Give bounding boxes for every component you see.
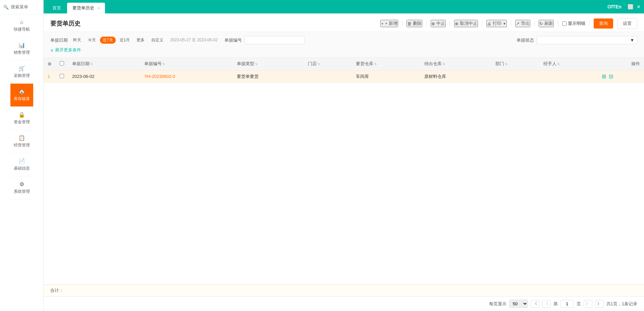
new-button[interactable]: + + 新增	[380, 20, 398, 27]
tab-requisition-history-close[interactable]: ×	[98, 6, 100, 10]
row-pending-warehouse-0: 原材料仓库	[420, 71, 491, 83]
purchase-mgmt-label: 采购管理	[14, 73, 30, 79]
settings-col-icon[interactable]: ⚙	[48, 61, 52, 66]
col-header-department[interactable]: 部门⇅	[491, 57, 539, 71]
col-header-store[interactable]: 门店⇅	[304, 57, 352, 71]
sort-icon-store: ⇅	[317, 62, 320, 66]
stop-button[interactable]: ⊗ 中止	[431, 20, 446, 27]
print-dropdown-icon: ▼	[503, 22, 506, 26]
system-mgmt-label: 系统管理	[14, 189, 30, 194]
operations-mgmt-label: 经营管理	[14, 142, 30, 148]
doc-number-link-0[interactable]: YH-20230602-0	[144, 74, 175, 79]
top-tabs-bar: 首页要货单历史× OfTEn ⬜ ✕	[44, 0, 644, 13]
refresh-button[interactable]: ↻ 刷新	[539, 20, 554, 27]
date-btn-近7天[interactable]: 近7天	[100, 37, 116, 44]
sidebar-item-base-info[interactable]: 📄基础信息	[10, 153, 33, 176]
tab-requisition-history[interactable]: 要货单历史×	[67, 3, 105, 13]
doc-number-filter-item: 单据编号	[224, 36, 305, 44]
date-btn-今天[interactable]: 今天	[85, 37, 99, 44]
row-doc-number-0[interactable]: YH-20230602-0	[140, 71, 233, 83]
sidebar-item-inventory[interactable]: 🏠库存核算	[10, 84, 33, 107]
row-department-0	[491, 71, 539, 83]
sales-mgmt-label: 销售管理	[14, 50, 30, 55]
col-label-doc_type: 单据类型	[237, 61, 254, 66]
last-page-button[interactable]: 》	[595, 300, 604, 308]
finance-mgmt-label: 资金管理	[14, 119, 30, 125]
sort-icon-doc_date: ⇅	[90, 62, 93, 66]
sidebar-item-purchase-mgmt[interactable]: 🛒采购管理	[10, 60, 33, 84]
date-filter-item: 单据日期 昨天今天近7天近1月更多自定义 2023-05-27 至 2023-0…	[50, 37, 218, 44]
doc-status-select[interactable]: ▼	[537, 36, 637, 44]
page-number-input[interactable]	[560, 300, 574, 308]
total-label: 合计：	[50, 287, 63, 294]
date-btn-近1月[interactable]: 近1月	[117, 37, 133, 44]
col-header-req_warehouse[interactable]: 要货仓库⇅	[352, 57, 421, 71]
page-header: 要货单历史 + + 新增 🗑 删除 ⊗ 中止	[44, 13, 644, 32]
per-page-select[interactable]: 102050100	[509, 300, 528, 308]
select-all-checkbox[interactable]	[60, 61, 64, 65]
table-wrapper: ⚙单据日期⇅单据编号⇅单据类型⇅门店⇅要货仓库⇅待出仓库⇅部门⇅经手人⇅操作 1…	[44, 57, 644, 284]
col-header-checkbox	[56, 57, 68, 71]
row-actions-0: ⊞ ⊟	[598, 71, 644, 83]
export-button[interactable]: ↗ 导出	[515, 20, 530, 27]
export-icon: ↗	[516, 21, 520, 26]
next-page-button[interactable]: 〉	[584, 300, 592, 308]
sidebar-search[interactable]: 🔍 搜索菜单	[0, 0, 43, 14]
sidebar-item-system-mgmt[interactable]: ⚙系统管理	[10, 176, 33, 199]
sidebar-item-finance-mgmt[interactable]: 🔒资金管理	[10, 107, 33, 130]
sales-mgmt-icon: 📊	[18, 42, 25, 48]
col-header-pending_warehouse[interactable]: 待出仓库⇅	[420, 57, 491, 71]
row-req-warehouse-0: 车间库	[352, 71, 421, 83]
first-page-button[interactable]: 《	[531, 300, 539, 308]
expand-filter-button[interactable]: ∨ 展开更多条件	[50, 47, 637, 53]
col-header-doc_number[interactable]: 单据编号⇅	[140, 57, 233, 71]
row-store-0	[304, 71, 352, 83]
show-detail-toggle[interactable]: 显示明细	[562, 20, 585, 27]
date-btn-更多[interactable]: 更多	[134, 37, 147, 44]
base-info-label: 基础信息	[14, 166, 30, 171]
requisition-table: ⚙单据日期⇅单据编号⇅单据类型⇅门店⇅要货仓库⇅待出仓库⇅部门⇅经手人⇅操作 1…	[44, 57, 644, 83]
table-header: ⚙单据日期⇅单据编号⇅单据类型⇅门店⇅要货仓库⇅待出仓库⇅部门⇅经手人⇅操作	[44, 57, 644, 71]
table-body: 12023-06-02YH-20230602-0要货单要货车间库原材料仓库 ⊞ …	[44, 71, 644, 83]
new-icon: +	[381, 21, 384, 26]
sidebar-item-quick-nav[interactable]: ⌂快捷导航	[10, 14, 33, 37]
close-icon[interactable]: ✕	[637, 4, 641, 9]
per-page-label: 每页显示	[489, 301, 506, 307]
brand-label: OfTEn	[607, 4, 622, 9]
prev-page-button[interactable]: 〈	[542, 300, 551, 308]
sort-icon-handler: ⇅	[557, 62, 560, 66]
print-button[interactable]: 🖨 打印 ▼	[486, 20, 507, 27]
tab-home[interactable]: 首页	[47, 3, 66, 13]
row-more-icon-0[interactable]: ⊟	[609, 73, 613, 80]
date-filter-buttons: 昨天今天近7天近1月更多自定义	[70, 37, 166, 44]
row-handler-0	[539, 71, 598, 83]
col-header-handler[interactable]: 经手人⇅	[539, 57, 598, 71]
tab-requisition-history-label: 要货单历史	[72, 5, 94, 11]
sidebar-item-sales-mgmt[interactable]: 📊销售管理	[10, 37, 33, 60]
restore-icon[interactable]: ⬜	[628, 4, 633, 9]
col-header-settings: ⚙	[44, 57, 56, 71]
page-suffix-label: 页	[577, 301, 581, 307]
main-area: 首页要货单历史× OfTEn ⬜ ✕ 要货单历史 + + 新增 🗑	[44, 0, 644, 311]
sort-icon-req_warehouse: ⇅	[374, 62, 377, 66]
delete-button[interactable]: 🗑 删除	[407, 20, 422, 27]
row-checkbox-0[interactable]	[56, 71, 68, 83]
query-button[interactable]: 查询	[594, 18, 613, 29]
system-mgmt-icon: ⚙	[19, 181, 24, 187]
date-btn-自定义[interactable]: 自定义	[149, 37, 166, 44]
inventory-label: 库存核算	[14, 96, 30, 102]
filter-row-1: 单据日期 昨天今天近7天近1月更多自定义 2023-05-27 至 2023-0…	[50, 36, 637, 44]
settings-button[interactable]: 设置	[617, 18, 637, 29]
col-label-store: 门店	[308, 61, 317, 66]
show-detail-checkbox[interactable]	[562, 21, 567, 26]
date-btn-昨天[interactable]: 昨天	[70, 37, 84, 44]
table-row: 12023-06-02YH-20230602-0要货单要货车间库原材料仓库 ⊞ …	[44, 71, 644, 83]
page-title: 要货单历史	[50, 19, 80, 28]
doc-number-input[interactable]	[245, 36, 305, 44]
cancel-stop-button[interactable]: ⊗ 取消中止	[454, 20, 478, 27]
row-view-icon-0[interactable]: ⊞	[602, 73, 606, 80]
col-header-doc_date[interactable]: 单据日期⇅	[68, 57, 140, 71]
col-header-doc_type[interactable]: 单据类型⇅	[233, 57, 304, 71]
sidebar-item-operations-mgmt[interactable]: 📋经营管理	[10, 130, 33, 153]
quick-nav-icon: ⌂	[20, 19, 23, 25]
